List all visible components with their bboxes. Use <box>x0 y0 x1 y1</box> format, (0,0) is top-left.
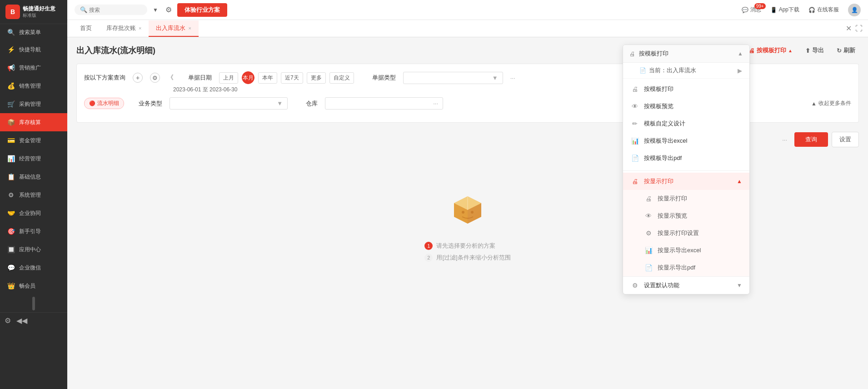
sidebar-item-purchase[interactable]: 🛒 采购管理 <box>0 95 67 113</box>
sidebar-item-wechat[interactable]: 💬 企业微信 <box>0 259 67 277</box>
sidebar-item-collaboration[interactable]: 🤝 企业协同 <box>0 204 67 222</box>
sidebar-scroll <box>0 295 67 312</box>
sidebar-item-operations[interactable]: 📊 经营管理 <box>0 150 67 168</box>
collapse-sidebar-icon[interactable]: ◀◀ <box>16 316 27 325</box>
filter-settings-btn[interactable]: ⚙ <box>150 73 160 83</box>
settings-btn[interactable]: 设置 <box>832 132 859 147</box>
query-btn[interactable]: 查询 <box>794 132 828 147</box>
tab-flow-water[interactable]: 出入库流水 × <box>149 20 198 37</box>
message-btn[interactable]: 💬 消息 99+ <box>742 6 761 14</box>
scroll-indicator <box>32 297 35 310</box>
topbar-search-input[interactable] <box>89 7 125 13</box>
app-download-icon: 📱 <box>770 7 777 13</box>
print-dropdown-chevron-up[interactable]: ▲ <box>738 50 743 57</box>
current-option-chevron: ▶ <box>738 67 742 74</box>
headset-icon: 🎧 <box>808 7 815 13</box>
tab-home[interactable]: 首页 <box>73 20 99 37</box>
message-badge: 99+ <box>754 3 766 9</box>
display-print-items: 🖨 按显示打印 👁 按显示预览 ⚙ 按显示打印设置 📊 按显示导出excel 📄… <box>623 190 749 276</box>
sidebar-item-guide[interactable]: 🎯 新手引导 <box>0 222 67 240</box>
print-template-btn[interactable]: 🖨 按模板打印 ▲ <box>745 45 796 56</box>
empty-state-illustration <box>445 187 490 233</box>
dropdown-footer-default[interactable]: ⚙ 设置默认功能 ▼ <box>623 276 749 294</box>
sidebar-logo: B 畅捷通好生意 标准版 <box>0 0 67 24</box>
current-option-icon: 📄 <box>639 67 646 74</box>
sidebar: B 畅捷通好生意 标准版 🔍 搜索菜单 ⚡ 快捷导航 📢 营销推广 💰 销售管理… <box>0 0 67 389</box>
doc-type-chevron-icon: ▼ <box>492 75 498 81</box>
sidebar-item-inventory[interactable]: 📦 库存核算 <box>0 113 67 131</box>
system-icon: ⚙ <box>6 190 15 199</box>
dropdown-item-display-settings[interactable]: ⚙ 按显示打印设置 <box>623 224 749 242</box>
members-icon: 👑 <box>6 281 15 290</box>
biz-type-label: 业务类型 <box>139 100 162 108</box>
topbar-gear-icon[interactable]: ⚙ <box>165 5 172 14</box>
current-template-option[interactable]: 📄 当前：出入库流水 ▶ <box>623 63 749 79</box>
dropdown-item-template-print[interactable]: 🖨 按模板打印 <box>623 80 749 98</box>
tabs-right-actions: ✕ ⛶ <box>846 24 863 33</box>
biz-type-select[interactable]: ▼ <box>170 97 288 110</box>
dropdown-item-display-pdf[interactable]: 📄 按显示导出pdf <box>623 259 749 276</box>
print-dropdown-panel: 🖨 按模板打印 ▲ 📄 当前：出入库流水 ▶ 🖨 按模板打印 👁 按模板预览 ✏… <box>623 45 750 294</box>
filter-add-btn[interactable]: + <box>133 73 143 83</box>
filter-collapse-btn[interactable]: 《 <box>167 74 174 82</box>
basic-info-icon: 📋 <box>6 172 15 181</box>
tab-flow-water-close[interactable]: × <box>188 25 191 31</box>
online-service-btn[interactable]: 🎧 在线客服 <box>808 6 839 14</box>
sidebar-item-apps[interactable]: 🔲 应用中心 <box>0 240 67 259</box>
more-actions-icon[interactable]: ··· <box>782 136 787 143</box>
user-avatar[interactable]: 👤 <box>848 4 861 16</box>
print-icon: 🖨 <box>749 47 755 54</box>
tab-batch-account-close[interactable]: × <box>139 25 141 31</box>
tab-batch-account[interactable]: 库存批次账 × <box>99 20 149 37</box>
inventory-icon: 📦 <box>6 118 15 127</box>
dropdown-item-template-pdf[interactable]: 📄 按模板导出pdf <box>623 150 749 167</box>
refresh-btn[interactable]: ↻ 刷新 <box>833 45 859 56</box>
settings-bottom-icon[interactable]: ⚙ <box>5 316 11 325</box>
warehouse-more-icon[interactable]: ··· <box>433 100 438 107</box>
doc-type-more-icon[interactable]: ··· <box>510 75 515 81</box>
warehouse-select[interactable]: ··· <box>325 97 443 110</box>
filter-tag-water[interactable]: 🔴 流水明细 <box>84 98 124 109</box>
date-label: 单据日期 <box>188 74 212 82</box>
tabs-close-btn[interactable]: ✕ <box>846 24 852 33</box>
template-preview-icon: 👁 <box>630 102 639 111</box>
date-btn-7days[interactable]: 近7天 <box>281 72 303 84</box>
print-dropdown-header[interactable]: 🖨 按模板打印 ▲ <box>623 45 749 63</box>
print-dropdown-header-icon: 🖨 <box>629 50 635 57</box>
topbar-dropdown-icon[interactable]: ▼ <box>153 7 158 13</box>
app-download-btn[interactable]: 📱 App下载 <box>770 6 799 14</box>
sidebar-item-search[interactable]: 🔍 搜索菜单 <box>0 24 67 40</box>
collapse-more-btn[interactable]: ▲ 收起更多条件 <box>811 100 851 107</box>
sidebar-item-sales[interactable]: 💰 销售管理 <box>0 77 67 95</box>
date-btn-last-month[interactable]: 上月 <box>219 72 238 84</box>
dropdown-item-display-excel[interactable]: 📊 按显示导出excel <box>623 242 749 259</box>
export-btn[interactable]: ⬆ 导出 <box>802 45 828 56</box>
trial-btn[interactable]: 体验行业方案 <box>177 3 227 17</box>
sidebar-item-quick-nav[interactable]: ⚡ 快捷导航 <box>0 40 67 59</box>
quick-nav-icon: ⚡ <box>6 45 15 54</box>
sidebar-item-marketing[interactable]: 📢 营销推广 <box>0 59 67 77</box>
purchase-icon: 🛒 <box>6 100 15 109</box>
dropdown-item-display-print[interactable]: 🖨 按显示打印 <box>623 190 749 207</box>
footer-chevron-down: ▼ <box>737 282 742 289</box>
date-btn-this-year[interactable]: 本年 <box>258 72 277 84</box>
display-settings-icon: ⚙ <box>644 229 653 238</box>
dropdown-item-template-preview[interactable]: 👁 按模板预览 <box>623 98 749 115</box>
tabs-bar: 首页 库存批次账 × 出入库流水 × ✕ ⛶ <box>67 20 868 37</box>
doc-type-select[interactable]: ▼ <box>403 72 503 84</box>
date-btn-this-month[interactable]: 本月 <box>242 71 254 84</box>
dropdown-item-template-excel[interactable]: 📊 按模板导出excel <box>623 132 749 150</box>
display-print-section-header[interactable]: 🖨 按显示打印 ▲ <box>623 173 749 190</box>
dropdown-item-template-design[interactable]: ✏ 模板自定义设计 <box>623 115 749 132</box>
sidebar-item-basic-info[interactable]: 📋 基础信息 <box>0 168 67 186</box>
sidebar-item-finance[interactable]: 💳 资金管理 <box>0 131 67 150</box>
date-btn-more[interactable]: 更多 <box>307 72 326 84</box>
tabs-expand-btn[interactable]: ⛶ <box>855 25 863 33</box>
svg-point-6 <box>471 211 474 214</box>
date-btn-custom[interactable]: 自定义 <box>329 72 354 84</box>
collaboration-icon: 🤝 <box>6 209 15 218</box>
sidebar-item-system[interactable]: ⚙ 系统管理 <box>0 186 67 204</box>
sidebar-item-members[interactable]: 👑 畅会员 <box>0 277 67 295</box>
dropdown-item-display-preview[interactable]: 👁 按显示预览 <box>623 207 749 224</box>
sales-icon: 💰 <box>6 81 15 90</box>
